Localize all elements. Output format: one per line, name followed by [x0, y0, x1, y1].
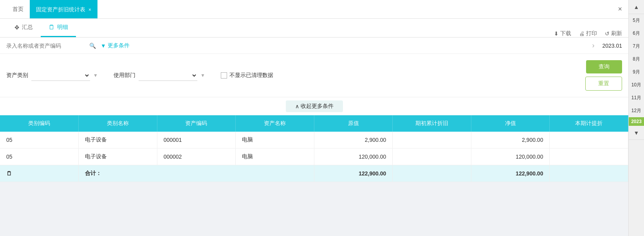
tab-bar: ❖ 汇总 🗒 明细 ⬇ 下载 🖨 打印 ↺ 刷新: [0, 19, 628, 38]
reset-button[interactable]: 重置: [585, 77, 622, 91]
cell-category-code: 05: [0, 148, 79, 165]
col-asset-code: 资产编码: [157, 115, 236, 132]
download-label: 下载: [560, 30, 571, 37]
window-close-button[interactable]: ×: [618, 5, 622, 13]
refresh-button[interactable]: ↺ 刷新: [605, 30, 622, 37]
department-label: 使用部门: [114, 72, 135, 79]
sidebar-month-item[interactable]: 10月: [631, 79, 641, 91]
sidebar-up-arrow[interactable]: ▲: [629, 0, 644, 14]
search-icon[interactable]: 🔍: [89, 43, 96, 49]
sidebar-month-item[interactable]: 5月: [631, 14, 641, 27]
refresh-label: 刷新: [611, 30, 622, 37]
cell-category-name: 电子设备: [79, 148, 157, 165]
tab-summary-label: 汇总: [22, 24, 33, 31]
asset-type-label: 资产类别: [6, 72, 28, 79]
filter-icon: ▼: [101, 43, 106, 49]
print-button[interactable]: 🖨 打印: [579, 30, 597, 37]
cell-category-code: 05: [0, 132, 79, 148]
table-header-row: 类别编码 类别名称 资产编码 资产名称 原值 期初累计折旧 净值 本期计提折: [0, 115, 628, 132]
asset-type-field: 资产类别 ▼: [6, 70, 98, 81]
total-icon: 🗒: [0, 165, 79, 182]
table-row: 05 电子设备 000001 电脑 2,900.00 2,900.00: [0, 132, 628, 148]
expand-collapse-button[interactable]: ›: [592, 41, 594, 50]
cell-original-value: 2,900.00: [314, 132, 393, 148]
detail-icon: 🗒: [49, 24, 55, 31]
sidebar-month-item[interactable]: 11月: [631, 91, 641, 104]
cell-current-depr: [550, 132, 628, 148]
tab-detail[interactable]: 🗒 明细: [41, 19, 76, 37]
sidebar-month-item[interactable]: 6月: [631, 27, 641, 40]
hide-cleared-label: 不显示已清理数据: [229, 72, 273, 79]
department-arrow: ▼: [200, 73, 205, 78]
tab-title: 固定资产折旧统计表: [36, 6, 85, 13]
asset-type-select[interactable]: [31, 70, 90, 81]
total-current: [550, 165, 628, 182]
total-accumulated: [393, 165, 471, 182]
total-label: 合计：: [79, 165, 314, 182]
cell-accumulated-depr: [393, 148, 471, 165]
col-category-name: 类别名称: [79, 115, 157, 132]
right-sidebar: ▲ 5月6月7月8月9月10月11月12月 2023 ▼: [628, 0, 644, 182]
filter-panel: 资产类别 ▼ 使用部门 ▼ 不显示已清理数据 查询 重置: [0, 54, 628, 97]
cell-asset-code: 000001: [157, 132, 236, 148]
data-table: 类别编码 类别名称 资产编码 资产名称 原值 期初累计折旧 净值 本期计提折 0…: [0, 115, 628, 182]
col-current-depr: 本期计提折: [550, 115, 628, 132]
search-bar: 🔍 ▼ 更多条件 › 2023.01: [0, 38, 628, 54]
sidebar-down-arrow[interactable]: ▼: [629, 126, 644, 140]
search-input[interactable]: [6, 43, 85, 49]
col-category-code: 类别编码: [0, 115, 79, 132]
cell-category-name: 电子设备: [79, 132, 157, 148]
collapse-more-button[interactable]: ∧ 收起更多条件: [286, 100, 343, 112]
col-asset-name: 资产名称: [236, 115, 314, 132]
cell-current-depr: [550, 148, 628, 165]
cell-original-value: 120,000.00: [314, 148, 393, 165]
data-table-container: 类别编码 类别名称 资产编码 资产名称 原值 期初累计折旧 净值 本期计提折 0…: [0, 115, 628, 182]
sidebar-month-item[interactable]: 12月: [631, 104, 641, 117]
tab-summary[interactable]: ❖ 汇总: [6, 19, 41, 37]
cell-asset-code: 000002: [157, 148, 236, 165]
print-icon: 🖨: [579, 30, 584, 37]
col-accumulated-depr: 期初累计折旧: [393, 115, 471, 132]
sidebar-month-item[interactable]: 7月: [631, 40, 641, 53]
col-net-value: 净值: [471, 115, 550, 132]
collapse-icon: ∧: [295, 103, 299, 109]
department-select[interactable]: [139, 70, 197, 81]
cell-asset-name: 电脑: [236, 148, 314, 165]
sidebar-month-item[interactable]: 8月: [631, 53, 641, 66]
refresh-icon: ↺: [605, 30, 610, 37]
close-tab-button[interactable]: ×: [88, 7, 91, 13]
table-row: 05 电子设备 000002 电脑 120,000.00 120,000.00: [0, 148, 628, 165]
date-display: 2023.01: [602, 43, 622, 49]
col-original-value: 原值: [314, 115, 393, 132]
filter-button[interactable]: ▼ 更多条件: [101, 42, 130, 49]
hide-cleared-checkbox[interactable]: [221, 72, 227, 79]
table-total-row: 🗒 合计： 122,900.00 122,900.00: [0, 165, 628, 182]
print-label: 打印: [586, 30, 597, 37]
total-net-value: 122,900.00: [471, 165, 550, 182]
tab-detail-label: 明细: [57, 24, 68, 31]
total-original: 122,900.00: [314, 165, 393, 182]
collapse-label: 收起更多条件: [301, 103, 334, 110]
download-icon: ⬇: [554, 30, 559, 37]
home-nav[interactable]: 首页: [6, 0, 30, 18]
query-button[interactable]: 查询: [586, 60, 622, 73]
summary-icon: ❖: [14, 24, 20, 31]
sidebar-month-item[interactable]: 9月: [631, 66, 641, 79]
cell-accumulated-depr: [393, 132, 471, 148]
hide-cleared-field[interactable]: 不显示已清理数据: [221, 72, 273, 79]
cell-net-value: 2,900.00: [471, 132, 550, 148]
cell-net-value: 120,000.00: [471, 148, 550, 165]
department-field: 使用部门 ▼: [114, 70, 205, 81]
active-tab[interactable]: 固定资产折旧统计表 ×: [30, 0, 97, 18]
collapse-more-bar: ∧ 收起更多条件: [0, 97, 628, 115]
sidebar-year-badge: 2023: [629, 117, 644, 126]
download-button[interactable]: ⬇ 下载: [554, 30, 571, 37]
cell-asset-name: 电脑: [236, 132, 314, 148]
asset-type-arrow: ▼: [93, 73, 98, 78]
filter-label: 更多条件: [108, 42, 130, 49]
